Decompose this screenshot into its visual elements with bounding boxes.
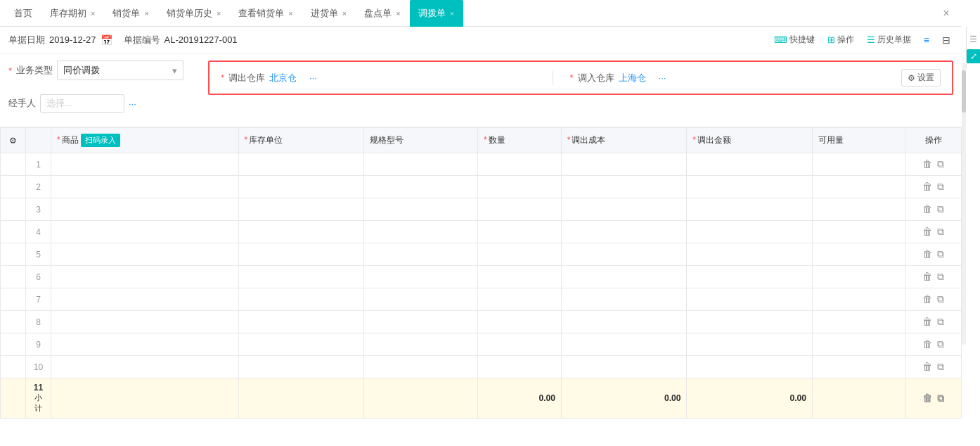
- row-amount-cell[interactable]: [687, 221, 813, 243]
- row-cost-cell[interactable]: [561, 198, 687, 221]
- out-warehouse-more-icon[interactable]: ···: [309, 72, 317, 83]
- row-spec-cell[interactable]: [364, 266, 478, 288]
- row-qty-cell[interactable]: [478, 333, 562, 356]
- date-value[interactable]: 2019-12-27: [49, 34, 96, 45]
- tab-close-inventory-check[interactable]: ×: [396, 9, 400, 18]
- delete-icon[interactable]: 🗑: [922, 271, 932, 282]
- operation-button[interactable]: ⊞ 操作: [825, 32, 857, 47]
- row-qty-cell[interactable]: [478, 288, 562, 311]
- scrollbar-area[interactable]: [962, 63, 966, 345]
- copy-icon[interactable]: ⧉: [937, 393, 944, 404]
- row-cost-cell[interactable]: [561, 221, 687, 243]
- layout2-button[interactable]: ⊟: [939, 33, 953, 47]
- row-spec-cell[interactable]: [364, 176, 478, 198]
- tab-inventory-check[interactable]: 盘点单 ×: [356, 0, 409, 27]
- row-qty-cell[interactable]: [478, 176, 562, 198]
- delete-icon[interactable]: 🗑: [922, 338, 932, 350]
- tab-close-purchase[interactable]: ×: [342, 9, 347, 18]
- tab-purchase[interactable]: 进货单 ×: [302, 0, 356, 27]
- tab-inventory-init[interactable]: 库存期初 ×: [41, 0, 104, 27]
- row-unit-cell[interactable]: [238, 176, 364, 198]
- row-goods-cell[interactable]: [51, 221, 239, 243]
- delete-icon[interactable]: 🗑: [922, 248, 932, 260]
- row-spec-cell[interactable]: [364, 198, 478, 221]
- delete-icon[interactable]: 🗑: [922, 361, 932, 372]
- row-unit-cell[interactable]: [238, 288, 364, 311]
- copy-icon[interactable]: ⧉: [937, 271, 944, 282]
- tab-close-sales-history[interactable]: ×: [217, 9, 221, 18]
- row-goods-cell[interactable]: [51, 153, 239, 176]
- row-cost-cell[interactable]: [561, 176, 687, 198]
- scrollbar-thumb[interactable]: [962, 70, 966, 113]
- tab-close-sales-order[interactable]: ×: [144, 9, 148, 18]
- copy-icon[interactable]: ⧉: [937, 158, 944, 170]
- row-unit-cell[interactable]: [238, 221, 364, 243]
- row-spec-cell[interactable]: [364, 333, 478, 356]
- row-qty-cell[interactable]: [478, 221, 562, 243]
- copy-icon[interactable]: ⧉: [937, 226, 944, 237]
- row-unit-cell[interactable]: [238, 266, 364, 288]
- delete-icon[interactable]: 🗑: [922, 293, 932, 305]
- delete-icon[interactable]: 🗑: [922, 393, 932, 404]
- row-amount-cell[interactable]: [687, 356, 813, 378]
- row-qty-cell[interactable]: [478, 356, 562, 378]
- row-unit-cell[interactable]: [238, 311, 364, 333]
- shortcut-button[interactable]: ⌨ 快捷键: [771, 32, 818, 47]
- tab-sales-order[interactable]: 销货单 ×: [104, 0, 157, 27]
- row-cost-cell[interactable]: [561, 288, 687, 311]
- scan-button[interactable]: 扫码录入: [81, 134, 120, 147]
- tab-home[interactable]: 首页: [6, 0, 41, 27]
- layout-button[interactable]: ≡: [921, 33, 932, 47]
- tab-view-sales[interactable]: 查看销货单 ×: [230, 0, 302, 27]
- calendar-icon[interactable]: 📅: [101, 34, 112, 46]
- row-spec-cell[interactable]: [364, 243, 478, 266]
- row-spec-cell[interactable]: [364, 221, 478, 243]
- row-spec-cell[interactable]: [364, 311, 478, 333]
- row-cost-cell[interactable]: [561, 243, 687, 266]
- row-goods-cell[interactable]: [51, 176, 239, 198]
- row-amount-cell[interactable]: [687, 243, 813, 266]
- copy-icon[interactable]: ⧉: [937, 203, 944, 215]
- row-amount-cell[interactable]: [687, 333, 813, 356]
- row-amount-cell[interactable]: [687, 311, 813, 333]
- row-amount-cell[interactable]: [687, 266, 813, 288]
- sidebar-doc-icon[interactable]: ☰: [967, 32, 981, 46]
- row-qty-cell[interactable]: [478, 311, 562, 333]
- history-button[interactable]: ☰ 历史单据: [864, 32, 914, 47]
- tab-close-view-sales[interactable]: ×: [288, 9, 292, 18]
- copy-icon[interactable]: ⧉: [937, 293, 944, 305]
- in-warehouse-more-icon[interactable]: ···: [659, 72, 666, 83]
- row-qty-cell[interactable]: [478, 243, 562, 266]
- row-unit-cell[interactable]: [238, 333, 364, 356]
- delete-icon[interactable]: 🗑: [922, 203, 932, 215]
- row-cost-cell[interactable]: [561, 266, 687, 288]
- delete-icon[interactable]: 🗑: [922, 158, 932, 170]
- window-close-button[interactable]: ×: [936, 4, 956, 23]
- delete-icon[interactable]: 🗑: [922, 181, 932, 192]
- copy-icon[interactable]: ⧉: [937, 316, 944, 327]
- copy-icon[interactable]: ⧉: [937, 338, 944, 350]
- row-amount-cell[interactable]: [687, 198, 813, 221]
- row-goods-cell[interactable]: [51, 333, 239, 356]
- row-unit-cell[interactable]: [238, 243, 364, 266]
- row-amount-cell[interactable]: [687, 288, 813, 311]
- settings-button[interactable]: ⚙ 设置: [901, 69, 941, 87]
- row-goods-cell[interactable]: [51, 356, 239, 378]
- row-goods-cell[interactable]: [51, 288, 239, 311]
- sidebar-expand-icon[interactable]: ⤢: [967, 49, 981, 63]
- copy-icon[interactable]: ⧉: [937, 248, 944, 260]
- row-cost-cell[interactable]: [561, 311, 687, 333]
- copy-icon[interactable]: ⧉: [937, 361, 944, 372]
- row-spec-cell[interactable]: [364, 288, 478, 311]
- delete-icon[interactable]: 🗑: [922, 226, 932, 237]
- row-goods-cell[interactable]: [51, 311, 239, 333]
- row-amount-cell[interactable]: [687, 176, 813, 198]
- row-goods-cell[interactable]: [51, 243, 239, 266]
- row-unit-cell[interactable]: [238, 198, 364, 221]
- tab-close-inventory-init[interactable]: ×: [91, 9, 95, 18]
- row-amount-cell[interactable]: [687, 153, 813, 176]
- in-warehouse-value[interactable]: 上海仓: [619, 72, 646, 84]
- th-settings[interactable]: ⚙: [1, 128, 26, 153]
- row-unit-cell[interactable]: [238, 153, 364, 176]
- tab-transfer[interactable]: 调拨单 ×: [410, 0, 463, 27]
